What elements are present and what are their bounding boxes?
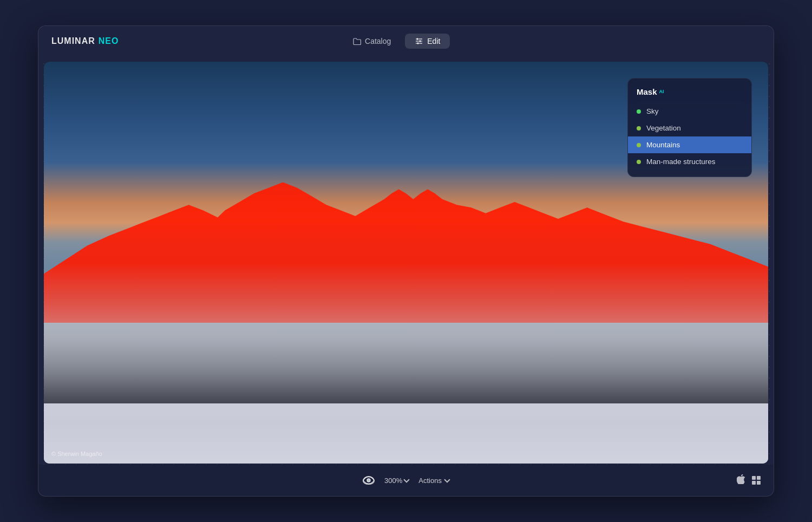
mountains-label: Mountains (646, 141, 680, 149)
catalog-label: Catalog (365, 37, 391, 45)
bottom-bar-center: 300% Actions (363, 476, 449, 485)
app-title-neo: NEO (99, 36, 119, 46)
actions-label: Actions (418, 477, 442, 485)
mask-panel-title: Mask (637, 87, 657, 96)
actions-button[interactable]: Actions (418, 477, 449, 485)
zoom-value: 300% (384, 477, 402, 485)
edit-nav-button[interactable]: Edit (405, 34, 450, 49)
snow-foreground (44, 263, 768, 464)
windows-square-tl (752, 476, 756, 480)
mountains-dot (637, 143, 641, 147)
vegetation-dot (637, 126, 641, 130)
app-logo: LUMINAR NEO (51, 36, 119, 46)
edit-label: Edit (427, 37, 440, 45)
sliders-icon (415, 37, 423, 45)
vegetation-label: Vegetation (646, 124, 681, 132)
mask-item-vegetation[interactable]: Vegetation (628, 120, 751, 136)
image-canvas: © Sherwin Magaño Mask AI Sky Vegetation (44, 62, 768, 464)
mask-item-sky[interactable]: Sky (628, 103, 751, 120)
svg-point-3 (419, 40, 421, 42)
catalog-nav-button[interactable]: Catalog (343, 34, 401, 49)
ai-badge: AI (659, 89, 664, 94)
mask-panel-header: Mask AI (628, 87, 751, 103)
mask-item-mountains[interactable]: Mountains (628, 136, 751, 153)
svg-point-5 (417, 42, 419, 44)
apple-icon (737, 474, 745, 486)
zoom-control[interactable]: 300% (384, 477, 409, 485)
nav-buttons: Catalog Edit (343, 34, 450, 49)
svg-point-6 (367, 479, 370, 482)
sky-dot (637, 109, 641, 114)
man-made-label: Man-made structures (646, 158, 716, 166)
bottom-bar-right (737, 474, 774, 486)
windows-square-bl (752, 481, 756, 485)
app-window: LUMINAR NEO Catalog (38, 25, 774, 497)
windows-square-br (757, 481, 761, 485)
app-title-luminar: LUMINAR (51, 36, 95, 46)
svg-point-1 (416, 38, 418, 40)
actions-chevron-icon (444, 477, 450, 482)
copyright-text: © Sherwin Magaño (51, 451, 102, 457)
eye-icon[interactable] (363, 476, 375, 485)
windows-icon (752, 476, 761, 485)
mask-item-man-made[interactable]: Man-made structures (628, 153, 751, 170)
man-made-dot (637, 160, 641, 164)
sky-label: Sky (646, 107, 659, 115)
windows-square-tr (757, 476, 761, 480)
title-bar: LUMINAR NEO Catalog (38, 26, 774, 56)
zoom-chevron-icon (404, 477, 410, 482)
mask-panel: Mask AI Sky Vegetation Mountains (627, 78, 752, 177)
content-area: © Sherwin Magaño Mask AI Sky Vegetation (38, 56, 774, 496)
bottom-bar: 300% Actions (38, 465, 774, 496)
folder-icon (352, 37, 361, 45)
